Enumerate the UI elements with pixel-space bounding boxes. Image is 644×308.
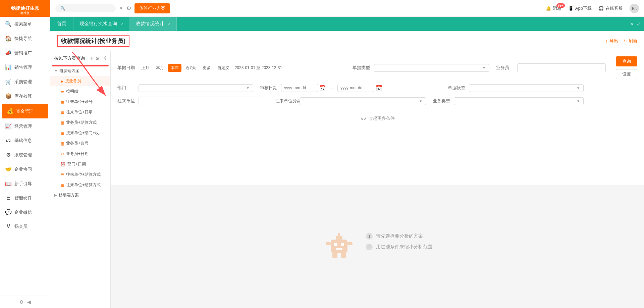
staff-select[interactable]: ··· [517,63,606,72]
user-name: Rit [632,6,636,10]
calendar-icon-end[interactable]: 📅 [376,85,382,91]
collapse-btn[interactable]: ∧∧ 收起更多条件 [360,115,395,121]
notification-btn[interactable]: 🔔 消息 99+ [546,5,561,11]
system-icon: ⚙ [5,152,12,158]
sidebar-item-search[interactable]: 🔍 搜索菜单 [0,17,50,31]
doc-type-select[interactable]: ▼ [374,64,489,72]
scheme-collapse-btn[interactable]: 《 [102,55,106,61]
sidebar-item-label: 新手引导 [14,181,32,187]
sidebar-item-purchase[interactable]: 🛒 采购管理 [0,74,50,89]
sidebar-item-finance[interactable]: 💰 资金管理 [2,104,48,118]
main-area: 🔍 ▼ ⚙ 体验行业方案 🔔 消息 99+ 📱 App下载 🎧 在线客服 Rit [50,0,644,308]
export-label: 导出 [609,38,618,44]
sidebar-item-system[interactable]: ⚙ 系统管理 [0,148,50,162]
tab-collection-stats-close[interactable]: × [168,21,170,26]
tab-bar: 首页 现金银行流水查询 × 收款情况统计 × ✕ ⤢ [50,17,644,31]
scheme-item-staff-account[interactable]: ▦ 业务员+账号 [50,138,110,149]
tab-home[interactable]: 首页 [50,17,73,31]
scheme-item-partner-settlement1[interactable]: ☰ 往来单位+结算方式 [50,169,110,180]
filter-row-1: 单据日期 上月 本月 本年 近7天 更多 自定义 20 [117,56,637,79]
sidebar-item-sales[interactable]: 📊 销售管理 [0,60,50,74]
scheme-item-staff-date[interactable]: ⚙ 业务员+日期 [50,149,110,159]
date-tab-this-month[interactable]: 本月 [153,64,167,72]
sidebar-item-label: 经营管理 [14,123,32,130]
sidebar-menu: 🔍 搜索菜单 🏠 快捷导航 📣 营销推广 📊 销售管理 🛒 采购管理 📦 库存核… [0,17,50,296]
scheme-item-label: 业务员+日期 [66,151,89,157]
header-search-box[interactable]: 🔍 [55,4,116,12]
online-service-btn[interactable]: 🎧 在线客服 [598,5,623,11]
chevron-up-icon: ∧∧ [360,116,367,121]
doc-status-select[interactable]: ▼ [469,84,584,92]
sidebar-collapse-btn[interactable]: ◀ [27,299,31,305]
page-header: 收款情况统计(按业务员) ↑ 导出 ↻ 刷新 [50,31,644,51]
partner-label: 往来单位 [117,98,136,104]
scheme-group-mobile-label: 移动端方案 [59,192,79,198]
scheme-item-staff-settlement[interactable]: ▦ 业务员+结算方式 [50,117,110,128]
scheme-item-by-staff[interactable]: ● 按业务员 [50,76,110,86]
scheme-item-dept-date[interactable]: ⏰ 部门+日期 [50,159,110,169]
filter-panel: 单据日期 上月 本月 本年 近7天 更多 自定义 20 [111,51,644,185]
svg-rect-6 [326,242,331,245]
sidebar-settings-btn[interactable]: ⚙ [19,299,24,305]
scheme-item-by-detail[interactable]: ☰ 按明细 [50,86,110,97]
sidebar-item-basic[interactable]: 🗂 基础信息 [0,134,50,148]
sidebar-item-member[interactable]: V 畅会员 [0,219,50,234]
sidebar-item-wechat[interactable]: 💬 企业微信 [0,205,50,219]
date-tab-custom[interactable]: 自定义 [215,64,232,72]
scheme-item-partner-date[interactable]: ▦ 往来单位+日期 [50,107,110,117]
scheme-item-partner-settlement2[interactable]: ▦ 往来单位+结算方式 [50,180,110,190]
scheme-item-label: 按来单位+部门+收... [66,130,102,136]
robot-illustration [322,229,356,263]
review-date-label: 审核日期 [260,85,278,91]
refresh-btn[interactable]: ↻ 刷新 [623,38,637,44]
sidebar-item-inventory[interactable]: 📦 库存核算 [0,89,50,103]
ellipsis-icon: ··· [261,99,265,103]
scheme-item-partner-dept[interactable]: ▦ 按来单位+部门+收... [50,128,110,138]
date-tab-this-year[interactable]: 本年 [168,64,181,72]
sidebar-item-label: 采购管理 [14,79,32,85]
tab-bank-flow[interactable]: 现金银行流水查询 × [73,17,130,31]
partner-select[interactable]: ··· [139,97,268,105]
review-date-start-input[interactable] [281,84,318,92]
app-download-btn[interactable]: 📱 App下载 [568,5,592,11]
scheme-add-btn[interactable]: + [90,55,93,61]
filter-field-staff: 业务员 ··· [496,63,606,72]
tab-maximize-icon[interactable]: ⤢ [637,21,641,27]
sidebar-item-quick-nav[interactable]: 🏠 快捷导航 [0,31,50,46]
settings-btn[interactable]: 设置 [616,69,637,79]
gear-icon[interactable]: ⚙ [126,5,131,11]
export-btn[interactable]: ↑ 导出 [606,38,619,44]
review-date-end-input[interactable] [337,84,374,92]
date-tab-last7days[interactable]: 近7天 [183,64,199,72]
query-btn[interactable]: 查询 [616,56,637,66]
tab-collection-stats[interactable]: 收款情况统计 × [130,17,177,31]
calendar-icon-start[interactable]: 📅 [319,85,326,91]
sidebar-item-cooperation[interactable]: 🤝 企业协同 [0,162,50,176]
dept-select[interactable]: ▼ [139,84,253,92]
sidebar-item-marketing[interactable]: 📣 营销推广 [0,46,50,60]
sidebar-item-guide[interactable]: 📖 新手引导 [0,176,50,191]
sidebar-item-operation[interactable]: 📈 经营管理 [0,119,50,134]
scheme-group-mobile[interactable]: ▶ 移动端方案 [50,190,110,200]
user-avatar[interactable]: Rit [630,4,639,13]
date-tab-more[interactable]: 更多 [200,64,213,72]
date-tab-last-month[interactable]: 上月 [139,64,152,72]
wechat-icon: 💬 [5,209,12,215]
partner-class-select[interactable]: ▼ [300,97,426,105]
biz-type-select[interactable]: ▼ [454,97,584,105]
dropdown-arrow-icon[interactable]: ▼ [119,6,123,11]
tab-bank-flow-close[interactable]: × [121,21,123,26]
scheme-settings-btn[interactable]: ⚙ [95,56,100,61]
scheme-item-partner-account[interactable]: ▦ 往来单位+账号 [50,97,110,107]
tip-text-2: 用过滤条件来缩小分析范围 [376,244,432,250]
sidebar-item-hardware[interactable]: 🖥 智能硬件 [0,191,50,205]
tab-bank-flow-label: 现金银行流水查询 [79,21,117,27]
scheme-group-desktop[interactable]: ▼ 电脑端方案 [50,66,110,76]
biz-type-label: 业务类型 [433,98,451,104]
tab-close-all-icon[interactable]: ✕ [630,21,634,27]
table-icon: ▦ [60,141,64,146]
tab-collection-stats-label: 收款情况统计 [136,21,164,27]
trial-btn[interactable]: 体验行业方案 [135,3,170,13]
cooperation-icon: 🤝 [5,166,12,172]
clock-icon: ⏰ [60,162,65,167]
